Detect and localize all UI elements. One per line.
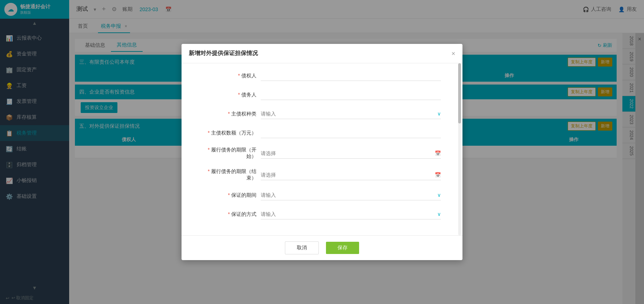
chevron-down-icon-guarantee-period[interactable]: ∨ [437, 192, 441, 198]
label-guarantee-period: * 保证的期间 [203, 192, 261, 199]
select-debt-type[interactable] [261, 109, 437, 119]
date-wrapper-period-end: 📅 [261, 170, 441, 180]
input-debtor[interactable] [261, 90, 441, 100]
dialog-scrollbar-thumb [458, 63, 461, 123]
date-input-period-start[interactable] [261, 148, 435, 158]
chevron-down-icon-guarantee-method[interactable]: ∨ [437, 211, 441, 217]
form-row-debt-amount: * 主债权数额（万元） [203, 128, 441, 138]
required-star-guarantee-method: * [228, 211, 230, 217]
calendar-icon-period-end[interactable]: 📅 [435, 172, 441, 178]
dialog-close-icon[interactable]: × [451, 50, 455, 57]
calendar-icon-period-start[interactable]: 📅 [435, 150, 441, 156]
label-guarantee-method: * 保证的方式 [203, 211, 261, 218]
select-guarantee-period[interactable] [261, 190, 437, 200]
label-period-end: * 履行债务的期限（结束） [203, 168, 261, 181]
form-row-period-start: * 履行债务的期限（开始） 📅 [203, 147, 441, 160]
required-star-period-end: * [208, 168, 210, 174]
required-star-debt-type: * [228, 111, 230, 117]
dialog-scrollbar-track[interactable] [458, 63, 461, 235]
form-row-debt-type: * 主债权种类 ∨ [203, 109, 441, 119]
dialog-footer: 取消 保存 [182, 235, 462, 260]
chevron-down-icon-debt-type[interactable]: ∨ [437, 111, 441, 117]
date-input-period-end[interactable] [261, 170, 435, 180]
select-guarantee-method[interactable] [261, 209, 437, 219]
save-button[interactable]: 保存 [326, 242, 359, 254]
dialog-overlay[interactable]: 新增对外提供保证担保情况 × * 债权人 * 债务人 [0, 0, 644, 304]
input-debt-amount[interactable] [261, 128, 441, 138]
required-star-guarantee-period: * [228, 192, 230, 198]
dialog: 新增对外提供保证担保情况 × * 债权人 * 债务人 [182, 44, 462, 260]
date-wrapper-period-start: 📅 [261, 148, 441, 159]
form-row-period-end: * 履行债务的期限（结束） 📅 [203, 168, 441, 181]
label-debtor: * 债务人 [203, 92, 261, 98]
select-wrapper-debt-type: ∨ [261, 109, 441, 119]
form-row-debtor: * 债务人 [203, 90, 441, 100]
label-debt-type: * 主债权种类 [203, 111, 261, 117]
form-row-guarantee-method: * 保证的方式 ∨ [203, 209, 441, 219]
required-star-debtor: * [238, 92, 240, 97]
form-row-guarantee-period: * 保证的期间 ∨ [203, 190, 441, 200]
dialog-body: * 债权人 * 债务人 * 主债权种类 [182, 63, 462, 235]
cancel-button[interactable]: 取消 [285, 241, 319, 254]
form-row-creditor: * 债权人 [203, 71, 441, 81]
required-star-debt-amount: * [208, 130, 210, 136]
select-wrapper-guarantee-method: ∨ [261, 209, 441, 219]
dialog-header: 新增对外提供保证担保情况 × [182, 44, 462, 63]
select-wrapper-guarantee-period: ∨ [261, 190, 441, 200]
input-creditor[interactable] [261, 71, 441, 81]
dialog-title: 新增对外提供保证担保情况 [189, 50, 258, 57]
label-debt-amount: * 主债权数额（万元） [203, 130, 261, 136]
required-star-period-start: * [208, 147, 210, 153]
required-star-creditor: * [238, 73, 240, 78]
label-period-start: * 履行债务的期限（开始） [203, 147, 261, 160]
label-creditor: * 债权人 [203, 73, 261, 79]
